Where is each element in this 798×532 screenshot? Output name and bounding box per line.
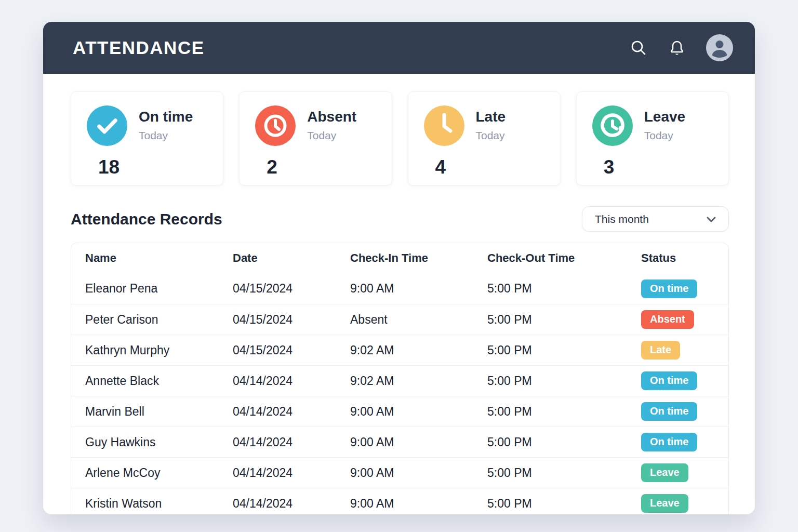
cell-check-in: 9:02 AM	[350, 374, 487, 388]
table-body: Eleanor Pena 04/15/2024 9:00 AM 5:00 PM …	[71, 273, 728, 514]
cell-name: Marvin Bell	[85, 405, 233, 419]
cell-check-out: 5:00 PM	[487, 497, 641, 511]
status-badge: Leave	[641, 494, 688, 513]
summary-card: On time Today 18	[71, 91, 223, 185]
user-avatar[interactable]	[706, 34, 733, 61]
column-header-check-in: Check-In Time	[350, 251, 487, 265]
check-icon	[87, 105, 127, 146]
cell-name: Arlene McCoy	[85, 466, 233, 480]
cell-check-in: 9:00 AM	[350, 497, 487, 511]
cell-name: Annette Black	[85, 374, 233, 388]
cell-name: Eleanor Pena	[85, 282, 233, 296]
status-badge: On time	[641, 371, 697, 390]
card-value: 2	[267, 156, 377, 178]
card-label: On time	[139, 109, 193, 125]
cell-date: 04/14/2024	[233, 405, 350, 419]
cell-check-out: 5:00 PM	[487, 466, 641, 480]
main-content: On time Today 18 Absent Today 2 Late Tod…	[43, 74, 755, 514]
card-label: Absent	[307, 109, 356, 125]
card-label: Late	[476, 109, 506, 125]
clock-hands-icon	[424, 105, 464, 146]
status-badge: On time	[641, 433, 697, 451]
cell-check-in: 9:00 AM	[350, 282, 487, 296]
cell-name: Kristin Watson	[85, 497, 233, 511]
status-badge: Absent	[641, 310, 694, 329]
summary-cards: On time Today 18 Absent Today 2 Late Tod…	[71, 91, 729, 185]
cell-check-in: Absent	[350, 313, 487, 327]
cell-check-out: 5:00 PM	[487, 435, 641, 449]
cell-check-in: 9:02 AM	[350, 343, 487, 357]
table-header-row: Name Date Check-In Time Check-Out Time S…	[71, 243, 728, 273]
card-sublabel: Today	[139, 129, 193, 142]
search-icon[interactable]	[629, 38, 648, 57]
records-header: Attendance Records This month	[71, 206, 729, 232]
status-badge: Late	[641, 341, 680, 360]
cell-check-out: 5:00 PM	[487, 374, 641, 388]
records-title: Attendance Records	[71, 210, 222, 228]
card-value: 3	[604, 156, 714, 178]
table-row[interactable]: Eleanor Pena 04/15/2024 9:00 AM 5:00 PM …	[71, 273, 728, 304]
column-header-date: Date	[233, 251, 350, 265]
top-bar: ATTENDANCE	[43, 22, 755, 74]
column-header-status: Status	[641, 251, 728, 265]
cell-name: Kathryn Murphy	[85, 343, 233, 357]
cell-date: 04/14/2024	[233, 374, 350, 388]
table-row[interactable]: Annette Black 04/14/2024 9:02 AM 5:00 PM…	[71, 365, 728, 396]
chevron-down-icon	[704, 212, 718, 226]
clock-history-icon	[592, 105, 633, 146]
card-value: 4	[435, 156, 546, 178]
cell-date: 04/15/2024	[233, 343, 350, 357]
card-label: Leave	[644, 109, 685, 125]
cell-check-out: 5:00 PM	[487, 405, 641, 419]
table-row[interactable]: Marvin Bell 04/14/2024 9:00 AM 5:00 PM O…	[71, 396, 728, 427]
table-row[interactable]: Kristin Watson 04/14/2024 9:00 AM 5:00 P…	[71, 488, 728, 514]
card-value: 18	[98, 156, 208, 178]
card-sublabel: Today	[476, 129, 506, 142]
attendance-app-window: ATTENDANCE	[43, 22, 755, 514]
summary-card: Absent Today 2	[239, 91, 392, 185]
status-badge: On time	[641, 402, 697, 421]
summary-card: Leave Today 3	[576, 91, 729, 185]
table-row[interactable]: Arlene McCoy 04/14/2024 9:00 AM 5:00 PM …	[71, 457, 728, 488]
cell-date: 04/15/2024	[233, 282, 350, 296]
cell-check-in: 9:00 AM	[350, 466, 487, 480]
table-row[interactable]: Kathryn Murphy 04/15/2024 9:02 AM 5:00 P…	[71, 335, 728, 365]
table-row[interactable]: Peter Carison 04/15/2024 Absent 5:00 PM …	[71, 304, 728, 335]
column-header-name: Name	[85, 251, 233, 265]
app-title: ATTENDANCE	[73, 37, 205, 58]
table-row[interactable]: Guy Hawkins 04/14/2024 9:00 AM 5:00 PM O…	[71, 427, 728, 457]
attendance-table: Name Date Check-In Time Check-Out Time S…	[71, 243, 729, 514]
cell-date: 04/14/2024	[233, 497, 350, 511]
cell-check-out: 5:00 PM	[487, 282, 641, 296]
cell-date: 04/15/2024	[233, 313, 350, 327]
cell-check-out: 5:00 PM	[487, 313, 641, 327]
clock-icon	[255, 105, 296, 146]
month-filter-value: This month	[595, 213, 649, 225]
cell-check-in: 9:00 AM	[350, 405, 487, 419]
topbar-actions	[629, 34, 733, 61]
cell-name: Peter Carison	[85, 313, 233, 327]
month-filter-dropdown[interactable]: This month	[582, 206, 729, 232]
status-badge: On time	[641, 280, 697, 298]
cell-name: Guy Hawkins	[85, 435, 233, 449]
bell-icon[interactable]	[668, 38, 686, 57]
cell-date: 04/14/2024	[233, 466, 350, 480]
status-badge: Leave	[641, 463, 688, 482]
cell-check-out: 5:00 PM	[487, 343, 641, 357]
column-header-check-out: Check-Out Time	[487, 251, 641, 265]
card-sublabel: Today	[644, 129, 685, 142]
summary-card: Late Today 4	[408, 91, 561, 185]
card-sublabel: Today	[307, 129, 356, 142]
cell-date: 04/14/2024	[233, 435, 350, 449]
cell-check-in: 9:00 AM	[350, 435, 487, 449]
